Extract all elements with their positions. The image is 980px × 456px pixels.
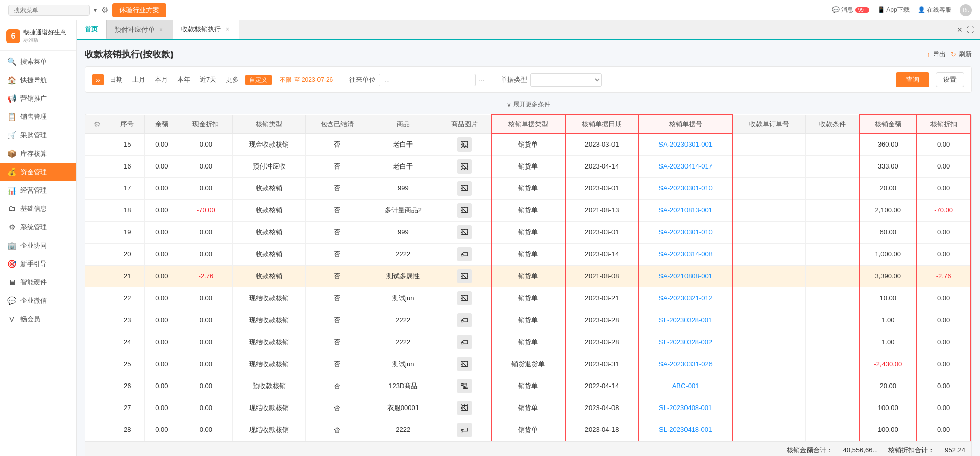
col-cash-discount: 现金折扣	[179, 115, 233, 133]
filter-toggle-button[interactable]: »	[92, 74, 104, 85]
sidebar-item-sales[interactable]: 📋 销售管理	[0, 108, 76, 126]
purchase-icon: 🛒	[7, 131, 16, 140]
cell-product-img: 🖼	[437, 287, 492, 309]
cell-included: 否	[306, 133, 369, 155]
online-service-link[interactable]: 👤 在线客服	[918, 6, 951, 14]
cell-cash-discount: -2.76	[179, 265, 233, 287]
sidebar-item-finance[interactable]: 💰 资金管理	[0, 163, 76, 181]
cell-writeoff-bill-no[interactable]: SL-20230328-001	[639, 309, 732, 331]
cell-num: 24	[110, 331, 144, 353]
refresh-button[interactable]: ↻ 刷新	[951, 50, 972, 59]
sidebar-logo: 6 畅捷通谱好生意 标准版	[0, 25, 76, 51]
date-group: 上月 本月 本年 近7天 更多 自定义	[129, 74, 272, 85]
cell-writeoff-amount: 60.00	[860, 221, 916, 243]
cell-writeoff-amount: 20.00	[860, 375, 916, 397]
sidebar-item-marketing[interactable]: 📢 营销推广	[0, 89, 76, 108]
date-custom-button[interactable]: 自定义	[245, 75, 272, 85]
cell-product-img: 🏗	[437, 375, 492, 397]
wechat-icon: 💬	[7, 296, 16, 305]
col-settings-icon[interactable]: ⚙	[94, 120, 101, 128]
cell-receipt-order-no	[732, 287, 805, 309]
message-link[interactable]: 💬 消息 99+	[832, 6, 869, 14]
cell-writeoff-bill-no[interactable]: SL-20230418-001	[639, 419, 732, 441]
sidebar-item-operations[interactable]: 📊 经营管理	[0, 181, 76, 200]
cell-receipt-condition	[805, 353, 860, 375]
sidebar-item-quick-nav[interactable]: 🏠 快捷导航	[0, 71, 76, 89]
cell-num: 17	[110, 177, 144, 199]
sidebar-item-search[interactable]: 🔍 搜索菜单	[0, 53, 76, 71]
marketing-icon: 📢	[7, 94, 16, 103]
date-this-year[interactable]: 本年	[174, 74, 193, 85]
export-button[interactable]: ↑ 导出	[927, 50, 946, 59]
cell-settings	[85, 287, 110, 309]
expand-more-button[interactable]: ∨ 展开更多条件	[507, 100, 550, 109]
date-label: 日期	[110, 75, 123, 84]
tab-receipt[interactable]: 收款核销执行 ×	[173, 20, 239, 39]
query-button[interactable]: 查询	[896, 72, 929, 87]
cell-receipt-condition	[805, 177, 860, 199]
industry-button[interactable]: 休验行业方案	[112, 3, 166, 17]
gear-button[interactable]: ⚙	[101, 5, 108, 15]
cell-product-img: 🖼	[437, 397, 492, 419]
date-more[interactable]: 更多	[223, 74, 242, 85]
voucher-type-select[interactable]	[530, 73, 602, 87]
top-search-input[interactable]	[8, 5, 90, 16]
tab-prepay-label: 预付冲应付单	[115, 25, 155, 34]
system-icon: ⚙	[7, 223, 16, 232]
cell-writeoff-bill-type: 销货单	[492, 397, 565, 419]
cell-writeoff-bill-no[interactable]: SA-20230301-010	[639, 177, 732, 199]
table-container: ⚙ 序号 余额 现金折扣 核销类型 包含已结清 商品 商品图片 核销单据类型 核…	[85, 114, 972, 456]
user-avatar[interactable]: Rit	[960, 4, 972, 16]
filter-settings-button[interactable]: 设置	[936, 72, 964, 87]
tab-home[interactable]: 首页	[77, 20, 107, 39]
cell-writeoff-bill-no[interactable]: SA-20230301-001	[639, 133, 732, 155]
sidebar-item-system[interactable]: ⚙ 系统管理	[0, 218, 76, 236]
cell-writeoff-bill-no[interactable]: SA-20230414-017	[639, 155, 732, 177]
tab-close-all-button[interactable]: ✕	[957, 26, 963, 34]
cell-writeoff-bill-no[interactable]: SA-20210813-001	[639, 199, 732, 221]
cell-product: 123D商品	[369, 375, 437, 397]
sidebar-item-enterprise[interactable]: 🏢 企业协同	[0, 236, 76, 255]
date-last-7-days[interactable]: 近7天	[197, 74, 219, 85]
app-download-link[interactable]: 📱 App下载	[877, 6, 910, 14]
col-settings: ⚙	[85, 115, 110, 133]
cell-writeoff-bill-no[interactable]: ABC-001	[639, 375, 732, 397]
cell-product: 2222	[369, 331, 437, 353]
sidebar-item-guide[interactable]: 🎯 新手引导	[0, 255, 76, 273]
date-last-month[interactable]: 上月	[129, 74, 149, 85]
tab-maximize-button[interactable]: ⛶	[967, 26, 974, 34]
sidebar-item-wechat[interactable]: 💬 企业微信	[0, 292, 76, 310]
sidebar-item-purchase[interactable]: 🛒 采购管理	[0, 126, 76, 145]
cell-writeoff-bill-no[interactable]: SA-20230321-012	[639, 287, 732, 309]
sidebar-item-basic-info[interactable]: 🗂 基础信息	[0, 200, 76, 218]
party-input[interactable]	[379, 74, 476, 86]
sidebar-item-member[interactable]: V 畅会员	[0, 310, 76, 328]
tab-prepay[interactable]: 预付冲应付单 ×	[107, 20, 173, 39]
sidebar-item-label: 畅会员	[20, 315, 40, 324]
cell-writeoff-bill-no[interactable]: SA-20230314-008	[639, 243, 732, 265]
cell-writeoff-bill-no[interactable]: SL-20230328-002	[639, 331, 732, 353]
col-receipt-order-no: 收款单订单号	[732, 115, 805, 133]
cell-writeoff-bill-no[interactable]: SA-20230301-010	[639, 221, 732, 243]
cell-write-off-type: 收款核销	[233, 177, 306, 199]
tab-prepay-close[interactable]: ×	[158, 26, 164, 34]
voucher-type-label: 单据类型	[501, 75, 527, 84]
cell-writeoff-bill-no[interactable]: SA-20230331-026	[639, 353, 732, 375]
cell-product: 老白干	[369, 133, 437, 155]
cell-receipt-order-no	[732, 397, 805, 419]
tab-receipt-close[interactable]: ×	[224, 25, 231, 33]
cell-receipt-condition	[805, 221, 860, 243]
cell-product: 999	[369, 221, 437, 243]
sidebar-item-inventory[interactable]: 📦 库存核算	[0, 145, 76, 163]
cell-writeoff-bill-no[interactable]: SL-20230408-001	[639, 397, 732, 419]
cell-settings	[85, 309, 110, 331]
dropdown-button[interactable]: ▾	[94, 7, 97, 14]
cell-settings	[85, 133, 110, 155]
cell-product: 衣服00001	[369, 397, 437, 419]
cell-num: 23	[110, 309, 144, 331]
sidebar-item-hardware[interactable]: 🖥 智能硬件	[0, 273, 76, 292]
cell-writeoff-bill-no[interactable]: SA-20210808-001	[639, 265, 732, 287]
date-this-month[interactable]: 本月	[152, 74, 171, 85]
cell-writeoff-date: 2023-04-08	[565, 397, 639, 419]
cell-cash-discount: 0.00	[179, 397, 233, 419]
